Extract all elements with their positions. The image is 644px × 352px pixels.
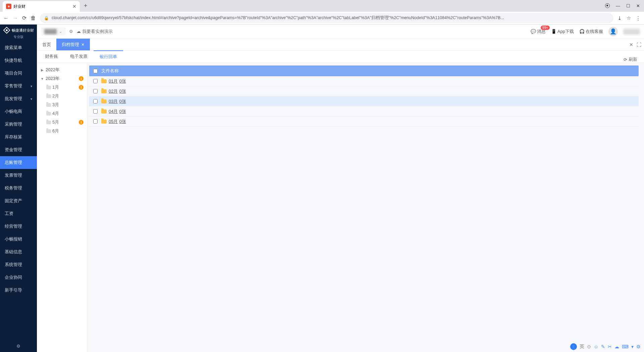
caret-right-icon: ▶ bbox=[40, 68, 44, 72]
url-input[interactable]: 🔒 cloud.chanjet.com/cc/u6d89qwnryel/57bf… bbox=[40, 13, 613, 23]
account-icon[interactable] bbox=[605, 3, 610, 8]
sidebar-item-17[interactable]: 系统管理 bbox=[0, 258, 37, 271]
tree-month-1[interactable]: 1月i bbox=[44, 83, 86, 92]
cloud-icon: ☁ bbox=[76, 29, 81, 34]
ime-lang[interactable]: 英 bbox=[580, 344, 584, 350]
sidebar-item-4[interactable]: 批发管理▾ bbox=[0, 92, 37, 105]
table-row[interactable]: 05月0张 bbox=[89, 117, 639, 127]
sidebar-item-10[interactable]: 发票管理 bbox=[0, 169, 37, 182]
sidebar-item-7[interactable]: 库存核算 bbox=[0, 131, 37, 143]
table-row[interactable]: 02月0张 bbox=[89, 86, 639, 96]
table-row[interactable]: 04月0张 bbox=[89, 106, 639, 117]
subtab-bankreceipt[interactable]: 银行回单 bbox=[94, 50, 123, 62]
file-link[interactable]: 01月0张 bbox=[109, 78, 126, 84]
row-checkbox[interactable] bbox=[93, 119, 98, 124]
row-checkbox[interactable] bbox=[93, 109, 98, 114]
minimize-button[interactable]: — bbox=[616, 3, 620, 8]
demo-link[interactable]: ☁ 我要看实例演示 bbox=[76, 29, 113, 35]
sidebar-item-18[interactable]: 企业协同 bbox=[0, 271, 37, 284]
sidebar-item-14[interactable]: 经营管理 bbox=[0, 220, 37, 233]
subtab-einvoice[interactable]: 电子发票 bbox=[64, 50, 94, 62]
online-service-button[interactable]: 🎧 在线客服 bbox=[579, 29, 603, 35]
tree-month-2[interactable]: 2月 bbox=[44, 92, 86, 100]
svg-point-0 bbox=[6, 29, 8, 31]
tree-year-2022[interactable]: ▶ 2022年 bbox=[38, 65, 86, 74]
folder-icon bbox=[46, 112, 51, 116]
tray-dot-icon[interactable]: ⊙ bbox=[587, 344, 591, 349]
trash-icon[interactable]: 🗑 bbox=[31, 15, 36, 21]
tab-home[interactable]: 首页 bbox=[37, 39, 56, 50]
tray-gear-icon[interactable]: ⚙ bbox=[636, 344, 641, 349]
tray-emoji-icon[interactable]: ☺ bbox=[594, 344, 598, 349]
new-tab-button[interactable]: + bbox=[84, 2, 88, 9]
tree-month-5[interactable]: 5月i bbox=[44, 118, 86, 127]
tray-scissors-icon[interactable]: ✂ bbox=[608, 344, 612, 349]
sidebar-item-5[interactable]: 小畅电商 bbox=[0, 105, 37, 118]
row-checkbox[interactable] bbox=[93, 79, 98, 83]
file-link[interactable]: 03月0张 bbox=[109, 98, 126, 104]
fullscreen-icon[interactable]: ⛶ bbox=[637, 42, 641, 47]
sidebar-item-9[interactable]: 总账管理 bbox=[0, 156, 37, 169]
app-download-button[interactable]: 📱 App下载 bbox=[551, 29, 574, 35]
sidebar-item-1[interactable]: 快捷导航 bbox=[0, 54, 37, 67]
folder-icon bbox=[101, 79, 107, 83]
tree-year-2023-label: 2023年 bbox=[46, 76, 60, 82]
avatar[interactable]: 👤 bbox=[608, 27, 618, 36]
select-all-checkbox[interactable] bbox=[93, 69, 98, 73]
table-row[interactable]: 03月0张 bbox=[89, 96, 639, 106]
sidebar-item-15[interactable]: 小畅报销 bbox=[0, 233, 37, 246]
tray-keyboard-icon[interactable]: ⌨ bbox=[622, 344, 629, 349]
tree-year-2023[interactable]: ▼ 2023年 i bbox=[38, 74, 86, 83]
sidebar-item-8[interactable]: 资金管理 bbox=[0, 143, 37, 156]
sidebar-item-19[interactable]: 新手引导 bbox=[0, 284, 37, 297]
tab-close-icon[interactable]: ✕ bbox=[72, 4, 76, 9]
folder-icon bbox=[101, 120, 107, 124]
chat-icon: 💬 bbox=[531, 29, 536, 34]
sidebar-item-label: 库存核算 bbox=[5, 134, 22, 140]
messages-button[interactable]: 💬 消息 99+ bbox=[531, 29, 546, 35]
sidebar-item-13[interactable]: 工资 bbox=[0, 207, 37, 220]
subtab-finance[interactable]: 财务账 bbox=[39, 50, 64, 62]
browser-tab[interactable]: ✦ 好业财 ✕ bbox=[3, 1, 80, 12]
tab-archive[interactable]: 归档管理 ✕ bbox=[56, 39, 90, 50]
sidebar-item-0[interactable]: 搜索菜单 bbox=[0, 41, 37, 54]
tab-home-label: 首页 bbox=[42, 42, 51, 48]
forward-button[interactable]: → bbox=[13, 15, 18, 21]
reload-button[interactable]: ⟳ bbox=[22, 15, 26, 21]
tree-month-3[interactable]: 3月 bbox=[44, 100, 86, 109]
company-settings-icon[interactable]: ⚙ bbox=[69, 29, 73, 34]
table-row[interactable]: 01月0张 bbox=[89, 76, 639, 86]
sidebar-item-label: 资金管理 bbox=[5, 147, 22, 153]
row-checkbox[interactable] bbox=[93, 99, 98, 103]
refresh-button[interactable]: ⟳ 刷新 bbox=[624, 56, 642, 62]
tree-month-6[interactable]: 6月 bbox=[44, 127, 86, 135]
file-link[interactable]: 05月0张 bbox=[109, 119, 126, 125]
tray-edit-icon[interactable]: ✎ bbox=[601, 344, 605, 349]
sidebar-item-11[interactable]: 税务管理 bbox=[0, 182, 37, 194]
settings-gear-icon[interactable]: ⚙ bbox=[0, 340, 37, 352]
row-checkbox[interactable] bbox=[93, 89, 98, 93]
sidebar-item-12[interactable]: 固定资产 bbox=[0, 194, 37, 207]
tree-month-label: 5月 bbox=[52, 119, 59, 125]
sidebar-item-6[interactable]: 采购管理 bbox=[0, 118, 37, 131]
tree-month-label: 3月 bbox=[52, 102, 59, 108]
tree-month-4[interactable]: 4月 bbox=[44, 109, 86, 118]
sidebar: 畅捷通好业财 专业版 搜索菜单快捷导航项目合同零售管理▾批发管理▾小畅电商采购管… bbox=[0, 25, 37, 352]
tray-cloud-icon[interactable]: ☁ bbox=[614, 344, 619, 349]
company-selector[interactable]: ████ ⌄ bbox=[41, 28, 66, 35]
sidebar-item-3[interactable]: 零售管理▾ bbox=[0, 80, 37, 92]
kebab-menu-icon[interactable]: ⋮ bbox=[636, 15, 641, 21]
maximize-button[interactable]: ☐ bbox=[626, 3, 630, 8]
sidebar-item-2[interactable]: 项目合同 bbox=[0, 67, 37, 80]
install-app-icon[interactable]: ⤓ bbox=[618, 15, 622, 21]
back-button[interactable]: ← bbox=[3, 15, 9, 21]
sidebar-item-16[interactable]: 基础信息 bbox=[0, 246, 37, 258]
file-link[interactable]: 04月0张 bbox=[109, 108, 126, 115]
tab-close-icon[interactable]: ✕ bbox=[81, 42, 85, 47]
file-link[interactable]: 02月0张 bbox=[109, 88, 126, 94]
ime-badge[interactable]: 王 bbox=[570, 343, 577, 350]
close-all-tabs-icon[interactable]: ✕ bbox=[629, 42, 633, 47]
tray-down-icon[interactable]: ▾ bbox=[631, 344, 634, 349]
bookmark-icon[interactable]: ☆ bbox=[627, 15, 631, 21]
close-window-button[interactable]: ✕ bbox=[636, 3, 640, 8]
